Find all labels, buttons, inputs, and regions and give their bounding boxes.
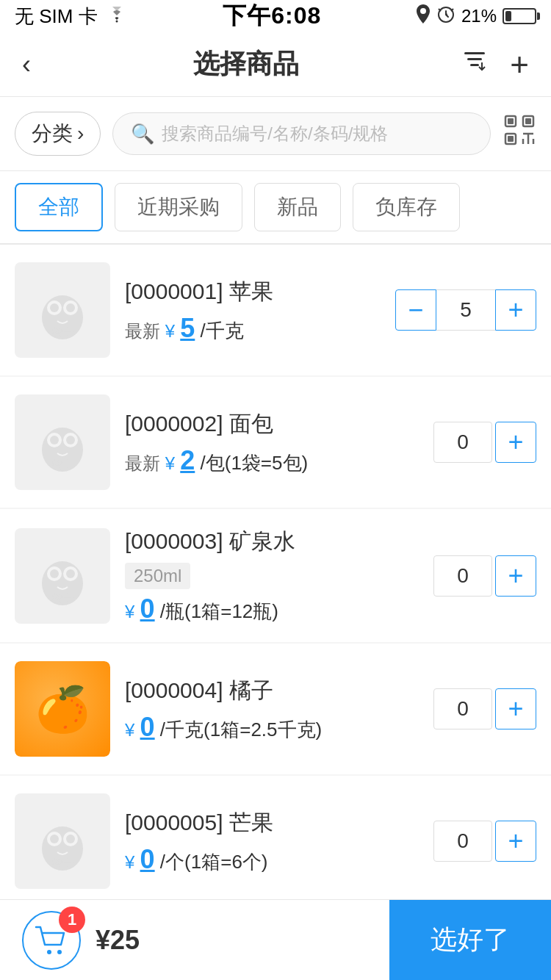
product-item: 智十 [0000005] 芒果 ¥ 0 /个(1箱=6个) + bbox=[0, 776, 551, 907]
confirm-button[interactable]: 选好了 bbox=[389, 900, 551, 981]
svg-point-32 bbox=[66, 569, 75, 578]
quantity-plus-button[interactable]: + bbox=[495, 555, 536, 597]
category-label: 分类 bbox=[32, 120, 73, 148]
tab-negative[interactable]: 负库存 bbox=[353, 183, 460, 231]
price-value: 2 bbox=[180, 445, 195, 475]
price-value: 0 bbox=[140, 594, 155, 624]
quantity-plus-button[interactable]: + bbox=[495, 422, 536, 463]
orange-image: 🍊 bbox=[15, 661, 110, 757]
svg-point-0 bbox=[115, 20, 118, 22]
cart-badge: 1 bbox=[59, 907, 85, 933]
product-name: [0000002] 面包 bbox=[125, 409, 419, 439]
price-unit: /千克 bbox=[201, 320, 244, 342]
product-info: [0000002] 面包 最新 ¥ 2 /包(1袋=5包) bbox=[125, 409, 419, 476]
price-latest-label: 最新 bbox=[125, 453, 165, 473]
product-name: [0000004] 橘子 bbox=[125, 676, 419, 706]
product-controls: − + bbox=[395, 289, 536, 331]
scan-button[interactable] bbox=[503, 113, 536, 154]
product-controls: + bbox=[433, 422, 536, 463]
svg-rect-3 bbox=[467, 58, 482, 60]
cart-total: ¥25 bbox=[96, 925, 140, 956]
category-button[interactable]: 分类 › bbox=[15, 112, 101, 156]
svg-text:智十: 智十 bbox=[51, 592, 73, 604]
product-spec: 250ml bbox=[125, 563, 190, 589]
battery-text: 21% bbox=[461, 6, 497, 26]
product-info: [0000001] 苹果 最新 ¥ 5 /千克 bbox=[125, 277, 381, 344]
carrier-text: 无 SIM 卡 bbox=[15, 4, 98, 29]
svg-point-31 bbox=[50, 569, 59, 578]
product-name: [0000003] 矿泉水 bbox=[125, 527, 419, 557]
price-value: 0 bbox=[140, 712, 155, 742]
svg-point-20 bbox=[66, 303, 75, 312]
quantity-plus-button[interactable]: + bbox=[495, 688, 536, 729]
owl-logo: 智十 bbox=[29, 277, 96, 343]
product-price: ¥ 0 /千克(1箱=2.5千克) bbox=[125, 712, 419, 743]
product-item: 智十 [0000001] 苹果 最新 ¥ 5 /千克 − + bbox=[0, 245, 551, 375]
product-thumbnail: 智十 bbox=[15, 262, 110, 358]
svg-rect-2 bbox=[464, 52, 485, 54]
nav-bar: ‹ 选择商品 + bbox=[0, 32, 551, 97]
svg-point-19 bbox=[50, 303, 59, 312]
svg-point-53 bbox=[57, 950, 62, 954]
svg-rect-10 bbox=[525, 118, 531, 124]
svg-point-38 bbox=[66, 835, 75, 843]
price-currency: ¥ bbox=[165, 321, 175, 341]
tab-all[interactable]: 全部 bbox=[15, 183, 103, 231]
quantity-input[interactable] bbox=[433, 821, 492, 862]
product-controls: + bbox=[433, 821, 536, 862]
price-currency: ¥ bbox=[125, 852, 134, 872]
product-info: [0000005] 芒果 ¥ 0 /个(1箱=6个) bbox=[125, 808, 419, 875]
quantity-input[interactable] bbox=[436, 289, 495, 331]
product-price: ¥ 0 /个(1箱=6个) bbox=[125, 844, 419, 875]
search-box[interactable]: 🔍 搜索商品编号/名称/条码/规格 bbox=[112, 112, 491, 155]
price-unit: /个(1箱=6个) bbox=[160, 851, 268, 873]
svg-rect-11 bbox=[508, 136, 514, 142]
cart-icon-button[interactable]: 1 bbox=[22, 911, 81, 970]
price-latest-label: 最新 bbox=[125, 321, 165, 341]
svg-rect-9 bbox=[508, 118, 514, 124]
product-thumbnail: 🍊 bbox=[15, 661, 110, 757]
status-time: 下午6:08 bbox=[223, 0, 321, 32]
page-title: 选择商品 bbox=[193, 46, 299, 82]
quantity-minus-button[interactable]: − bbox=[395, 289, 436, 331]
nav-actions: + bbox=[461, 46, 529, 83]
svg-point-25 bbox=[50, 436, 59, 444]
filter-button[interactable] bbox=[461, 48, 488, 81]
product-price: ¥ 0 /瓶(1箱=12瓶) bbox=[125, 594, 419, 624]
alarm-icon bbox=[436, 4, 455, 28]
quantity-input[interactable] bbox=[433, 555, 492, 597]
price-unit: /千克(1箱=2.5千克) bbox=[160, 718, 322, 741]
quantity-plus-button[interactable]: + bbox=[495, 821, 536, 862]
price-value: 5 bbox=[180, 313, 195, 343]
svg-text:智十: 智十 bbox=[51, 857, 73, 869]
price-currency: ¥ bbox=[125, 720, 134, 740]
price-unit: /包(1袋=5包) bbox=[201, 452, 309, 474]
quantity-plus-button[interactable]: + bbox=[495, 289, 536, 331]
product-item: 智十 [0000002] 面包 最新 ¥ 2 /包(1袋=5包) + bbox=[0, 377, 551, 508]
product-thumbnail: 智十 bbox=[15, 394, 110, 490]
product-name: [0000001] 苹果 bbox=[125, 277, 381, 307]
back-button[interactable]: ‹ bbox=[22, 49, 31, 80]
tab-recent[interactable]: 近期采购 bbox=[115, 183, 242, 231]
product-controls: + bbox=[433, 688, 536, 729]
product-info: [0000004] 橘子 ¥ 0 /千克(1箱=2.5千克) bbox=[125, 676, 419, 743]
svg-point-26 bbox=[66, 436, 75, 444]
location-icon bbox=[416, 4, 431, 28]
quantity-input[interactable] bbox=[433, 688, 492, 729]
svg-rect-4 bbox=[470, 64, 479, 66]
product-thumbnail: 智十 bbox=[15, 528, 110, 624]
tab-bar: 全部 近期采购 新品 负库存 bbox=[0, 171, 551, 245]
wifi-icon bbox=[105, 5, 129, 28]
search-placeholder: 搜索商品编号/名称/条码/规格 bbox=[162, 122, 388, 145]
filter-bar: 分类 › 🔍 搜索商品编号/名称/条码/规格 bbox=[0, 97, 551, 171]
tab-new[interactable]: 新品 bbox=[254, 183, 341, 231]
quantity-input[interactable] bbox=[433, 422, 492, 463]
product-item: 智十 [0000003] 矿泉水 250ml ¥ 0 /瓶(1箱=12瓶) + bbox=[0, 509, 551, 642]
category-chevron-icon: › bbox=[77, 122, 84, 145]
price-unit: /瓶(1箱=12瓶) bbox=[160, 600, 278, 622]
add-button[interactable]: + bbox=[510, 46, 529, 83]
search-icon: 🔍 bbox=[131, 123, 154, 145]
status-right: 21% bbox=[416, 4, 536, 28]
status-bar: 无 SIM 卡 下午6:08 21% bbox=[0, 0, 551, 32]
bottom-bar: 1 ¥25 选好了 bbox=[0, 899, 551, 980]
